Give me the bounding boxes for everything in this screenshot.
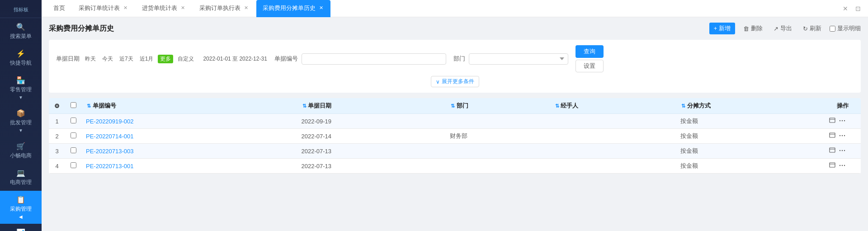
- search-nav-icon: 🔍: [16, 23, 25, 31]
- edit-action-icon[interactable]: [829, 147, 835, 155]
- svg-point-2: [840, 120, 840, 121]
- ecommerce-icon: 💻: [16, 169, 25, 177]
- row-dept: 财务部: [445, 129, 549, 144]
- row-split-method: 按金额: [676, 144, 825, 159]
- edit-action-icon[interactable]: [829, 162, 835, 170]
- refresh-icon: ↻: [803, 25, 808, 32]
- more-shortcut[interactable]: 更多: [158, 55, 173, 63]
- sidebar-logo: 指标板: [0, 4, 42, 18]
- row-actions: [825, 129, 861, 144]
- today-shortcut[interactable]: 今天: [100, 55, 115, 63]
- order-no-link[interactable]: PE-20220713-001: [86, 163, 134, 170]
- query-button[interactable]: 查询: [576, 45, 604, 58]
- row-dept: [445, 144, 549, 159]
- svg-point-19: [844, 165, 845, 165]
- split-method-column-header[interactable]: ⇅ 分摊方式: [676, 98, 825, 114]
- row-order-no: PE-20220919-002: [81, 114, 297, 129]
- close-window-button[interactable]: ✕: [841, 4, 850, 13]
- checkbox-column-header: [65, 98, 81, 114]
- show-columns-checkbox[interactable]: 显示明细: [830, 24, 861, 33]
- order-no-link[interactable]: PE-20220713-003: [86, 148, 134, 155]
- date-range-group: 2022-01-01 至 2022-12-31: [203, 55, 267, 63]
- sidebar-item-search[interactable]: 🔍 搜索菜单: [0, 18, 42, 45]
- expand-bar: ∨ 展开更多条件: [56, 76, 854, 87]
- more-action-icon[interactable]: [839, 147, 845, 155]
- row-order-no: PE-20220713-001: [81, 159, 297, 174]
- retail-icon: 🏪: [16, 76, 25, 85]
- tab-close-icon[interactable]: ✕: [122, 5, 128, 11]
- table-header-row: ⚙ ⇅ 单据编号 ⇅ 单据日期: [49, 98, 861, 114]
- maximize-window-button[interactable]: ⊡: [854, 4, 863, 13]
- tab-label: 采购订单统计表: [79, 4, 120, 12]
- dept-column-header[interactable]: ⇅ 部门: [445, 98, 549, 114]
- tab-inbound-stats[interactable]: 进货单统计表 ✕: [136, 0, 192, 17]
- settings-icon: ⚙: [54, 103, 60, 109]
- row-checkbox[interactable]: [65, 159, 81, 174]
- sidebar-item-quick-nav[interactable]: ⚡ 快捷导航: [0, 45, 42, 71]
- sidebar-item-retail[interactable]: 🏪 零售管理 ▼: [0, 71, 42, 104]
- edit-action-icon[interactable]: [829, 132, 835, 140]
- tab-close-icon[interactable]: ✕: [318, 5, 324, 11]
- add-button[interactable]: + 新增: [709, 23, 735, 34]
- month-shortcut[interactable]: 近1月: [138, 55, 156, 63]
- filter-settings-button[interactable]: 设置: [576, 60, 604, 72]
- tab-label: 采购费用分摊单历史: [263, 4, 316, 12]
- dept-select[interactable]: [469, 53, 568, 65]
- tab-label: 进货单统计表: [142, 4, 177, 12]
- show-columns-input[interactable]: [830, 26, 835, 32]
- more-action-icon[interactable]: [839, 162, 845, 170]
- custom-shortcut[interactable]: 自定义: [176, 55, 196, 63]
- dept-filter-group: 部门: [453, 53, 568, 65]
- row-split-method: 按金额: [676, 114, 825, 129]
- sort-icon: ⇅: [555, 103, 559, 108]
- svg-rect-5: [830, 133, 835, 137]
- more-action-icon[interactable]: [839, 118, 845, 125]
- sidebar-item-label: 采购管理: [10, 205, 32, 213]
- row-checkbox[interactable]: [65, 144, 81, 159]
- row-actions: [825, 144, 861, 159]
- edit-action-icon[interactable]: [829, 118, 835, 125]
- table-row: 2 PE-20220714-001 2022-07-14 财务部 按金额: [49, 129, 861, 144]
- row-order-no: PE-20220714-001: [81, 129, 297, 144]
- expand-button[interactable]: ∨ 展开更多条件: [431, 76, 479, 87]
- row-date: 2022-07-13: [297, 159, 446, 174]
- sidebar-item-wholesale[interactable]: 📦 批发管理 ▼: [0, 104, 42, 137]
- window-controls: ✕ ⊡: [841, 4, 863, 13]
- sidebar: 指标板 🔍 搜索菜单 ⚡ 快捷导航 🏪 零售管理 ▼ 📦 批发管理 ▼ 🛒 小畅…: [0, 0, 42, 231]
- row-handler: [550, 129, 676, 144]
- sidebar-item-inventory[interactable]: 📊 库存核算: [0, 224, 42, 231]
- sidebar-item-purchase[interactable]: 📋 采购管理 ◀: [0, 191, 42, 224]
- sidebar-item-ecommerce[interactable]: 💻 电商管理: [0, 164, 42, 191]
- tab-purchase-order-stats[interactable]: 采购订单统计表 ✕: [72, 0, 135, 17]
- delete-button[interactable]: 🗑 删除: [741, 23, 765, 34]
- yesterday-shortcut[interactable]: 昨天: [83, 55, 98, 63]
- chevron-right-icon: ◀: [19, 214, 23, 219]
- row-handler: [550, 159, 676, 174]
- row-order-no: PE-20220713-003: [81, 144, 297, 159]
- export-button[interactable]: ↗ 导出: [771, 23, 795, 34]
- order-no-input[interactable]: [302, 53, 446, 65]
- order-no-link[interactable]: PE-20220919-002: [86, 118, 134, 125]
- week-shortcut[interactable]: 近7天: [118, 55, 135, 63]
- handler-column-header[interactable]: ⇅ 经手人: [550, 98, 676, 114]
- select-all-checkbox[interactable]: [71, 102, 76, 108]
- tab-purchase-cost-history[interactable]: 采购费用分摊单历史 ✕: [256, 0, 330, 17]
- sidebar-item-mini-shop[interactable]: 🛒 小畅电商: [0, 137, 42, 164]
- tab-close-icon[interactable]: ✕: [243, 5, 249, 11]
- row-num: 1: [49, 114, 65, 129]
- more-action-icon[interactable]: [839, 132, 845, 140]
- order-no-label: 单据编号: [274, 55, 298, 63]
- row-checkbox[interactable]: [65, 129, 81, 144]
- row-checkbox[interactable]: [65, 114, 81, 129]
- tab-close-icon[interactable]: ✕: [179, 5, 186, 11]
- order-no-column-header[interactable]: ⇅ 单据编号: [81, 98, 297, 114]
- svg-point-13: [842, 150, 843, 151]
- refresh-button[interactable]: ↻ 刷新: [800, 23, 824, 34]
- order-no-link[interactable]: PE-20220714-001: [86, 133, 134, 140]
- tab-home[interactable]: 首页: [47, 0, 71, 17]
- filter-area: 单据日期 昨天 今天 近7天 近1月 更多 自定义 2022-01-01 至 2…: [49, 40, 861, 93]
- date-label: 单据日期: [56, 55, 80, 63]
- settings-column-header[interactable]: ⚙: [49, 98, 65, 114]
- date-column-header[interactable]: ⇅ 单据日期: [297, 98, 446, 114]
- tab-purchase-order-exec[interactable]: 采购订单执行表 ✕: [193, 0, 255, 17]
